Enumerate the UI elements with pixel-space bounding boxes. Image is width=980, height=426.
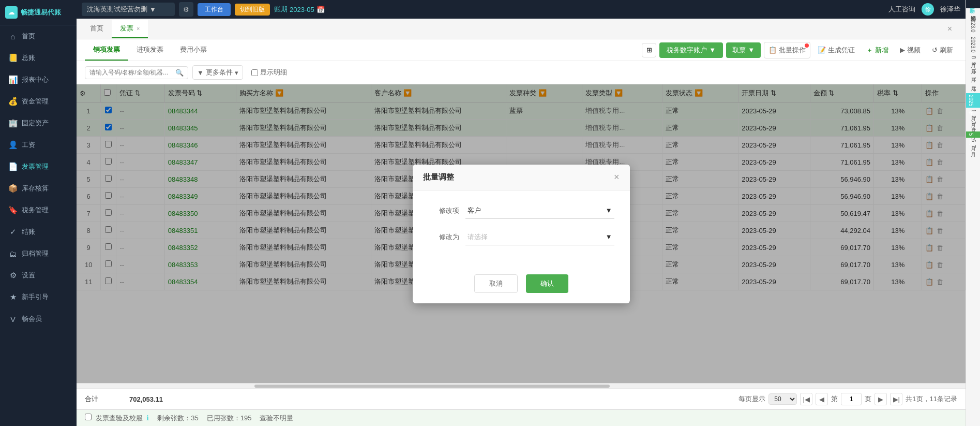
sidebar-item-ledger[interactable]: 📒 总账 (0, 47, 77, 69)
subtab-sales[interactable]: 销项发票 (85, 40, 128, 61)
search-icon[interactable]: 🔍 (175, 69, 184, 77)
prev-page-button[interactable]: ◀ (816, 393, 828, 405)
right-panel-feb[interactable]: 2月 (969, 114, 978, 120)
sidebar-item-payroll[interactable]: 👤 工资 (0, 134, 77, 156)
sidebar-item-member[interactable]: V 畅会员 (0, 308, 77, 330)
tax-digital-button[interactable]: 税务数字账户 ▼ (659, 42, 723, 58)
sidebar-item-reports[interactable]: 📊 报表中心 (0, 69, 77, 91)
tab-invoice-close[interactable]: × (137, 25, 140, 32)
sidebar-item-closeout[interactable]: ✓ 结账 (0, 221, 77, 243)
video-label: 视频 (907, 46, 921, 55)
company-settings-icon[interactable]: ⚙ (179, 2, 193, 17)
sidebar-item-home[interactable]: ⌂ 首页 (0, 25, 77, 47)
right-panel-period[interactable]: 期间选择 (968, 8, 979, 14)
modal-field-select[interactable]: 客户 ▼ (465, 203, 614, 219)
check-checkbox[interactable] (85, 414, 92, 420)
sidebar-item-guide[interactable]: ★ 新手引导 (0, 286, 77, 308)
search-box[interactable]: 🔍 (85, 66, 188, 79)
search-input[interactable] (89, 69, 173, 76)
detail-label: 显示明细 (260, 68, 287, 77)
tab-home[interactable]: 首页 (82, 20, 112, 38)
first-page-button[interactable]: |◀ (800, 393, 812, 405)
video-icon: ▶ (900, 46, 905, 54)
confirm-button[interactable]: 确认 (526, 274, 568, 293)
sidebar-item-archive[interactable]: 🗂 归档管理 (0, 243, 77, 265)
subtab-expense[interactable]: 费用小票 (172, 40, 215, 61)
right-panel-apr[interactable]: 4月 (969, 126, 978, 132)
video-button[interactable]: ▶ 视频 (896, 42, 925, 58)
check-info-icon[interactable]: ℹ (146, 414, 149, 422)
add-label: 新增 (875, 46, 888, 55)
pagination: 每页显示 50 100 |◀ ◀ 第 页 ▶ ▶| 共1页，11条记录 (738, 393, 957, 405)
right-panel-dec[interactable]: 12月 (969, 84, 978, 93)
inventory-icon: 📦 (8, 184, 18, 193)
archive-icon: 🗂 (8, 249, 18, 258)
tax-btn-label: 税务数字账户 (667, 46, 707, 55)
refresh-button[interactable]: ↺ 刷新 (928, 42, 957, 58)
tab-invoice[interactable]: 发票 × (112, 20, 148, 38)
sidebar-item-invoice[interactable]: 📄 发票管理 (0, 156, 77, 178)
right-panel-may[interactable]: 5月 (966, 131, 980, 138)
sidebar-item-settings[interactable]: ⚙ 设置 (0, 265, 77, 286)
filter-button[interactable]: ▼ 更多条件 ▾ (192, 65, 243, 80)
add-invoice-button[interactable]: ＋ 新增 (862, 42, 893, 58)
switch-version-button[interactable]: 切到旧版 (235, 4, 270, 16)
logo-icon: ☁ (5, 6, 18, 19)
right-panel-jan[interactable]: 1月 (969, 108, 978, 114)
subtab-expense-label: 费用小票 (180, 46, 207, 53)
sidebar-item-inventory[interactable]: 📦 库存核算 (0, 178, 77, 199)
next-page-button[interactable]: ▶ (875, 393, 887, 405)
workspace-button[interactable]: 工作台 (198, 3, 231, 16)
right-panel-year2: 2023.0 (969, 35, 977, 55)
sidebar-item-tax[interactable]: 🔖 税务管理 (0, 199, 77, 221)
modal-field-value: 客户 (468, 206, 481, 215)
cancel-button[interactable]: 取消 (474, 274, 518, 293)
tax-dropdown-icon: ▼ (709, 46, 716, 54)
right-panel-mar[interactable]: 3月 (969, 120, 978, 126)
calendar-icon[interactable]: 📅 (316, 6, 325, 13)
modal-value-placeholder: 请选择 (468, 232, 488, 242)
right-panel-jul[interactable]: 7月 (969, 143, 978, 150)
sidebar-item-assets[interactable]: 🏢 固定资产 (0, 112, 77, 134)
sidebar: ☁ 畅捷通易代账 ⌂ 首页 📒 总账 📊 报表中心 💰 资金管理 🏢 固定资产 … (0, 0, 77, 426)
page-close-button[interactable]: × (939, 20, 960, 38)
right-panel-nov[interactable]: 11月 (969, 75, 978, 84)
tax-icon: 🔖 (8, 205, 18, 215)
generate-voucher-button[interactable]: 📝 生成凭证 (813, 42, 859, 58)
right-panel-2025[interactable]: 2025年 (966, 93, 980, 108)
right-panel-oct[interactable]: 10月 (969, 66, 978, 75)
batch-label: 批量操作 (779, 46, 806, 55)
modal-value-select[interactable]: 请选择 ▼ (465, 229, 614, 245)
subtab-purchase[interactable]: 进项发票 (128, 40, 172, 61)
sidebar-label-ledger: 总账 (22, 53, 35, 63)
modal-header: 批量调整 × (413, 165, 630, 190)
app-logo: ☁ 畅捷通易代账 (0, 0, 77, 25)
get-ticket-button[interactable]: 取票 ▼ (726, 42, 761, 58)
last-page-button[interactable]: ▶| (890, 393, 902, 405)
grid-view-icon[interactable]: ⊞ (642, 43, 656, 57)
closeout-icon: ✓ (8, 227, 18, 237)
scroll-thumb[interactable] (254, 385, 610, 388)
right-panel-open-btn[interactable]: 开票助手 (966, 0, 980, 8)
company-selector[interactable]: 沈海英测试经营勿删 ▼ (82, 3, 175, 16)
right-panel-sep[interactable]: 9月 (969, 61, 978, 67)
right-panel-jun[interactable]: 6月 (969, 138, 978, 144)
sidebar-item-finance[interactable]: 💰 资金管理 (0, 91, 77, 112)
right-panel-aug[interactable]: 8月 (969, 54, 978, 61)
batch-operation-button[interactable]: 📋 批量操作 (764, 42, 810, 58)
detail-checkbox-label[interactable]: 显示明细 (251, 68, 287, 77)
horizontal-scrollbar[interactable] (77, 383, 966, 388)
page-label: 第 (831, 394, 838, 404)
topbar: 沈海英测试经营勿删 ▼ ⚙ 工作台 切到旧版 账期 2023-05 📅 人工咨询… (77, 0, 966, 19)
page-size-select[interactable]: 50 100 (768, 393, 797, 405)
page-number-input[interactable] (841, 393, 862, 405)
support-label[interactable]: 人工咨询 (888, 5, 915, 14)
user-name[interactable]: 徐泽华 (940, 5, 960, 14)
sidebar-label-archive: 归档管理 (22, 249, 49, 258)
filter-label: 更多条件 (206, 68, 233, 77)
detail-checkbox[interactable] (251, 69, 258, 76)
subtab-sales-label: 销项发票 (93, 46, 120, 53)
modal-close-button[interactable]: × (614, 172, 620, 183)
content-area: 销项发票 进项发票 费用小票 ⊞ 税务数字账户 ▼ 取票 (77, 39, 966, 426)
main-content: 沈海英测试经营勿删 ▼ ⚙ 工作台 切到旧版 账期 2023-05 📅 人工咨询… (77, 0, 966, 426)
